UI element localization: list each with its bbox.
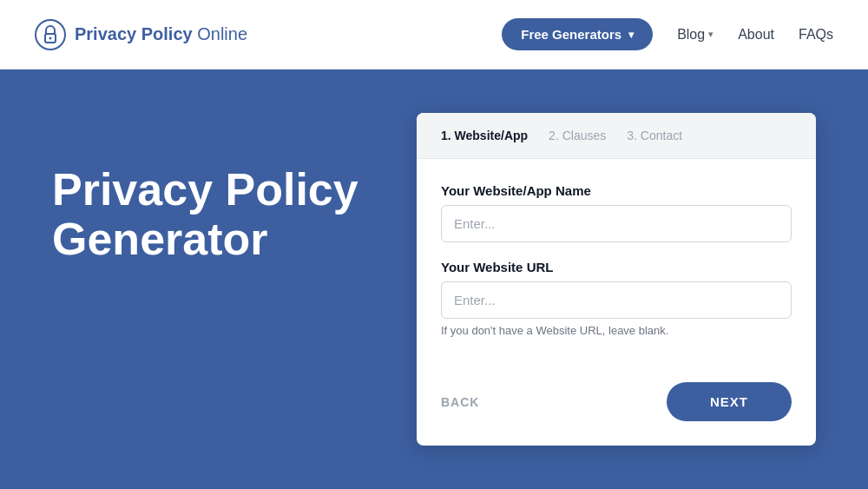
header: Privacy Policy Online Free Generators ▾ … [0,0,868,69]
step-2: 2. Clauses [549,129,606,142]
chevron-down-icon: ▾ [628,29,634,41]
step-3: 3. Contact [627,129,682,142]
steps-bar: 1. Website/App 2. Clauses 3. Contact [417,113,816,159]
back-button[interactable]: BACK [441,395,479,409]
about-link[interactable]: About [738,27,774,43]
form-actions: BACK NEXT [417,382,816,446]
logo-icon [35,19,66,50]
url-hint-text: If you don't have a Website URL, leave b… [441,324,792,337]
svg-point-2 [49,36,52,39]
website-name-label: Your Website/App Name [441,183,792,198]
step-1: 1. Website/App [441,129,528,142]
blog-link[interactable]: Blog ▾ [677,27,713,43]
hero-section: Privacy Policy Generator [52,113,417,264]
website-url-input[interactable] [441,281,792,319]
form-card: 1. Website/App 2. Clauses 3. Contact You… [417,113,816,446]
free-generators-button[interactable]: Free Generators ▾ [502,18,653,50]
chevron-down-icon: ▾ [708,29,713,40]
logo-text: Privacy Policy Online [75,24,247,44]
next-button[interactable]: NEXT [667,382,792,421]
faqs-link[interactable]: FAQs [799,27,833,43]
website-url-label: Your Website URL [441,260,792,274]
hero-title: Privacy Policy Generator [52,165,417,264]
nav: Free Generators ▾ Blog ▾ About FAQs [502,18,833,50]
logo[interactable]: Privacy Policy Online [35,19,247,50]
form-body: Your Website/App Name Your Website URL I… [417,159,816,382]
main-content: Privacy Policy Generator 1. Website/App … [0,69,868,489]
website-name-input[interactable] [441,205,792,242]
